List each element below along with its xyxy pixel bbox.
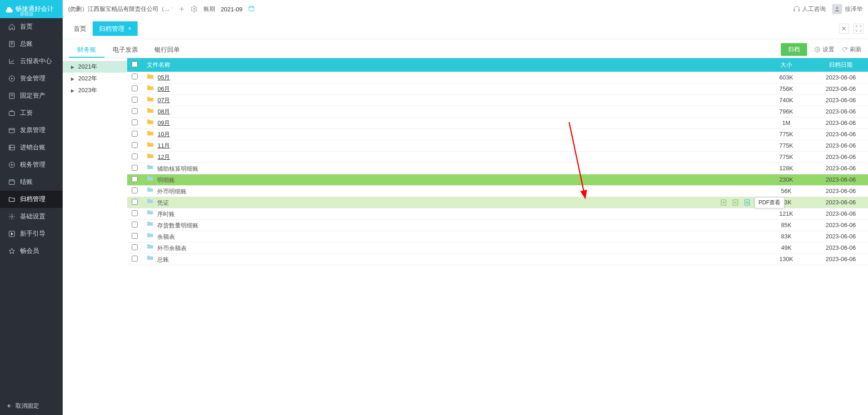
table-row[interactable]: 12月775K2023-06-06: [127, 151, 868, 163]
sidebar-item-settings[interactable]: 基础设置: [0, 208, 63, 225]
row-checkbox[interactable]: [132, 142, 138, 148]
avatar-icon: [832, 4, 842, 14]
year-item[interactable]: ▶2021年: [63, 61, 127, 73]
sidebar-item-asset[interactable]: 固定资产: [0, 87, 63, 104]
file-date: 2023-06-06: [813, 208, 868, 219]
sidebar-item-invoice[interactable]: 发票管理: [0, 122, 63, 139]
sidebar-item-label: 进销台账: [20, 143, 45, 152]
sidebar-item-ledger[interactable]: 总账: [0, 35, 63, 53]
row-checkbox[interactable]: [132, 165, 138, 171]
table-row[interactable]: 05月603K2023-06-06: [127, 72, 868, 83]
fullscreen-icon[interactable]: ⛶: [853, 24, 863, 34]
file-name[interactable]: 06月: [158, 85, 170, 92]
row-checkbox[interactable]: [132, 176, 138, 182]
row-checkbox[interactable]: [132, 222, 138, 227]
table-row[interactable]: 余额表83K2023-06-06: [127, 231, 868, 242]
file-name[interactable]: 05月: [158, 74, 170, 81]
file-icon: [147, 175, 154, 182]
gear-icon[interactable]: [191, 5, 198, 13]
svg-rect-0: [10, 41, 15, 47]
table-row[interactable]: 06月756K2023-06-06: [127, 83, 868, 94]
archive-button[interactable]: 归档: [781, 43, 807, 56]
pdf-view-icon[interactable]: [743, 198, 752, 207]
row-checkbox[interactable]: [132, 131, 138, 137]
file-name[interactable]: 07月: [158, 97, 170, 104]
add-icon[interactable]: [178, 5, 185, 13]
file-name[interactable]: 08月: [158, 108, 170, 115]
file-name[interactable]: 11月: [158, 142, 170, 149]
row-checkbox[interactable]: [132, 97, 138, 103]
calendar-icon[interactable]: [248, 5, 255, 13]
row-checkbox[interactable]: [132, 244, 138, 250]
file-name[interactable]: 12月: [158, 153, 170, 160]
table-row[interactable]: 07月740K2023-06-06: [127, 94, 868, 106]
svg-point-10: [193, 8, 195, 10]
close-icon[interactable]: ×: [128, 21, 131, 36]
row-checkbox[interactable]: [132, 74, 138, 79]
file-name[interactable]: 09月: [158, 119, 170, 126]
row-checkbox[interactable]: [132, 256, 138, 262]
table-row[interactable]: 外币明细账56K2023-06-06: [127, 185, 868, 197]
sidebar-item-member[interactable]: 畅会员: [0, 242, 63, 260]
sidebar-unpin[interactable]: 取消固定: [0, 397, 63, 415]
row-checkbox[interactable]: [132, 188, 138, 193]
sub-tab[interactable]: 电子发票: [104, 41, 146, 58]
file-date: 2023-06-06: [813, 197, 868, 208]
table-row[interactable]: 总账130K2023-06-06: [127, 253, 868, 265]
settings-link[interactable]: 设置: [814, 45, 834, 54]
file-date: 2023-06-06: [813, 185, 868, 197]
file-date: 2023-06-06: [813, 174, 868, 185]
table-row[interactable]: 08月796K2023-06-06: [127, 106, 868, 117]
row-checkbox[interactable]: [132, 108, 138, 114]
table-row[interactable]: 辅助核算明细账128K2023-06-06: [127, 163, 868, 174]
row-checkbox[interactable]: [132, 210, 138, 216]
page-tab[interactable]: 首页: [67, 21, 93, 36]
sub-tab[interactable]: 财务账: [69, 41, 104, 58]
sidebar: 畅捷通好会计 旗舰版 首页总账云报表中心资金管理固定资产工资发票管理进销台账税务…: [0, 0, 63, 415]
user-menu[interactable]: 徐泽华: [832, 4, 863, 14]
svg-rect-4: [9, 128, 15, 133]
file-size: 775K: [759, 151, 813, 163]
sidebar-item-home[interactable]: 首页: [0, 18, 63, 35]
close-tab-icon[interactable]: ✕: [839, 24, 849, 34]
select-all-checkbox[interactable]: [132, 61, 138, 67]
period-value[interactable]: 2021-09: [221, 6, 243, 13]
sidebar-item-report[interactable]: 云报表中心: [0, 53, 63, 70]
row-checkbox[interactable]: [132, 199, 138, 205]
year-item[interactable]: ▶2023年: [63, 84, 127, 96]
table-row[interactable]: 明细账230K2023-06-06: [127, 174, 868, 185]
sidebar-item-file[interactable]: 归档管理: [0, 191, 63, 208]
sidebar-item-salary[interactable]: 工资: [0, 104, 63, 122]
download-xml-icon[interactable]: [719, 198, 728, 207]
folder-icon: [147, 119, 154, 125]
page-tab[interactable]: 归档管理×: [93, 21, 138, 36]
sidebar-item-guide[interactable]: 新手引导: [0, 225, 63, 242]
row-checkbox[interactable]: [132, 153, 138, 159]
table-row[interactable]: 11月775K2023-06-06: [127, 140, 868, 151]
row-checkbox[interactable]: [132, 119, 138, 125]
file-date: 2023-06-06: [813, 242, 868, 253]
folder-icon: [147, 73, 154, 79]
table-row[interactable]: 10月775K2023-06-06: [127, 128, 868, 140]
table-row[interactable]: 序时账121K2023-06-06: [127, 208, 868, 219]
year-item[interactable]: ▶2022年: [63, 73, 127, 84]
row-checkbox[interactable]: [132, 233, 138, 239]
file-name: 辅助核算明细账: [157, 165, 198, 172]
download-pdf-icon[interactable]: [731, 198, 740, 207]
table-row[interactable]: 外币余额表49K2023-06-06: [127, 242, 868, 253]
file-size: 775K: [759, 128, 813, 140]
company-selector[interactable]: (勿删）江西服宝精品有限责任公司（... ﹀: [68, 5, 173, 13]
file-name[interactable]: 10月: [158, 131, 170, 138]
table-row[interactable]: 存货数量明细账85K2023-06-06: [127, 219, 868, 231]
table-row[interactable]: 09月1M2023-06-06: [127, 117, 868, 128]
sidebar-item-tax[interactable]: 税务管理: [0, 156, 63, 173]
refresh-link[interactable]: 刷新: [842, 45, 862, 54]
sub-tab[interactable]: 银行回单: [146, 41, 188, 58]
file-name: 外币明细账: [157, 188, 187, 195]
row-checkbox[interactable]: [132, 85, 138, 91]
sidebar-item-psi[interactable]: 进销台账: [0, 139, 63, 156]
support-link[interactable]: 人工咨询: [793, 5, 826, 13]
sidebar-item-fund[interactable]: 资金管理: [0, 70, 63, 87]
file-size: 1M: [759, 117, 813, 128]
sidebar-item-close[interactable]: 结账: [0, 173, 63, 191]
